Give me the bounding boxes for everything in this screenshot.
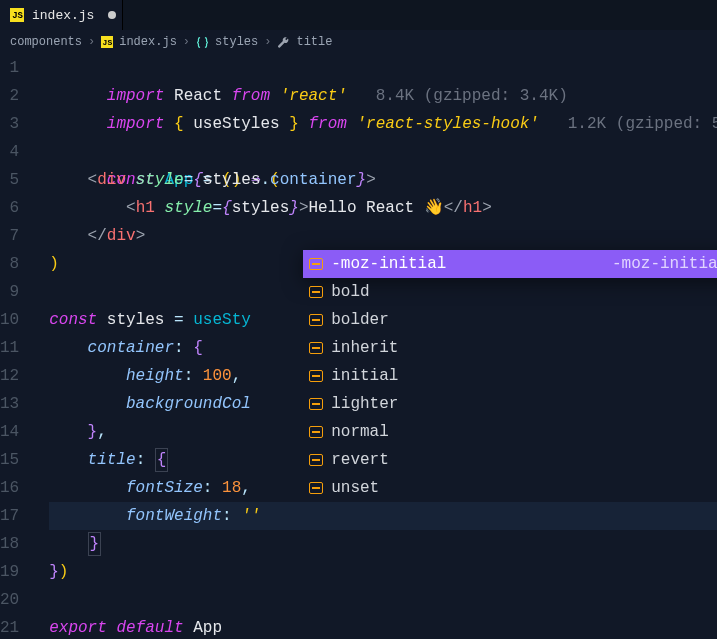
tab-indexjs[interactable]: JS index.js	[0, 0, 123, 30]
breadcrumb-seg-index[interactable]: index.js	[119, 35, 177, 49]
breadcrumb-sep-icon: ›	[183, 35, 190, 49]
code-editor[interactable]: 123456789101112131415161718192021 import…	[0, 54, 717, 639]
code-line: <div style={styles.container}>	[49, 166, 717, 194]
symbol-object-icon	[196, 36, 209, 49]
suggest-item[interactable]: normal	[303, 418, 717, 446]
line-number: 7	[0, 222, 19, 250]
line-number: 2	[0, 82, 19, 110]
suggest-item[interactable]: bold	[303, 278, 717, 306]
code-line: <h1 style={styles}>Hello React 👋</h1>	[49, 194, 717, 222]
code-line: })	[49, 558, 717, 586]
line-number: 6	[0, 194, 19, 222]
suggest-detail: -moz-initial	[612, 250, 717, 278]
suggest-item[interactable]: unset	[303, 474, 717, 502]
suggest-label: normal	[331, 418, 389, 446]
breadcrumb-seg-components[interactable]: components	[10, 35, 82, 49]
suggest-value-icon	[309, 454, 323, 466]
line-number: 4	[0, 138, 19, 166]
code-line: export default App	[49, 614, 717, 639]
suggest-label: lighter	[331, 390, 398, 418]
suggest-item[interactable]: inherit	[303, 334, 717, 362]
line-gutter: 123456789101112131415161718192021	[0, 54, 27, 639]
suggest-value-icon	[309, 398, 323, 410]
line-number: 14	[0, 418, 19, 446]
code-content[interactable]: import React from 'react' 8.4K (gzipped:…	[27, 54, 717, 639]
suggest-label: initial	[331, 362, 398, 390]
symbol-property-icon	[277, 36, 290, 49]
breadcrumb-seg-styles[interactable]: styles	[215, 35, 258, 49]
suggest-value-icon	[309, 258, 323, 270]
intellisense-popup: -moz-initial-moz-initialboldbolderinheri…	[303, 250, 717, 278]
suggest-item[interactable]: -moz-initial-moz-initial	[303, 250, 717, 278]
js-file-icon: JS	[101, 36, 113, 48]
code-line: const App = () ⇒ (	[49, 138, 717, 166]
code-line: fontWeight: ''	[49, 502, 717, 530]
breadcrumb-sep-icon: ›	[264, 35, 271, 49]
suggest-label: revert	[331, 446, 389, 474]
suggest-item[interactable]: revert	[303, 446, 717, 474]
suggest-item[interactable]: lighter	[303, 390, 717, 418]
code-line	[49, 586, 717, 614]
line-number: 3	[0, 110, 19, 138]
suggest-value-icon	[309, 342, 323, 354]
import-cost-hint: 1.2K (gzipped: 527)	[568, 115, 717, 133]
suggest-label: inherit	[331, 334, 398, 362]
line-number: 15	[0, 446, 19, 474]
code-line: import React from 'react' 8.4K (gzipped:…	[49, 54, 717, 82]
line-number: 11	[0, 334, 19, 362]
suggest-value-icon	[309, 370, 323, 382]
unsaved-dot-icon	[108, 11, 116, 19]
suggest-item[interactable]: initial	[303, 362, 717, 390]
suggest-label: unset	[331, 474, 379, 502]
tab-bar: JS index.js	[0, 0, 717, 30]
import-cost-hint: 8.4K (gzipped: 3.4K)	[376, 87, 568, 105]
suggest-value-icon	[309, 426, 323, 438]
line-number: 10	[0, 306, 19, 334]
suggest-value-icon	[309, 314, 323, 326]
breadcrumb-sep-icon: ›	[88, 35, 95, 49]
line-number: 18	[0, 530, 19, 558]
suggest-label: bold	[331, 278, 369, 306]
line-number: 20	[0, 586, 19, 614]
suggest-value-icon	[309, 286, 323, 298]
suggest-value-icon	[309, 482, 323, 494]
line-number: 12	[0, 362, 19, 390]
line-number: 9	[0, 278, 19, 306]
breadcrumb-seg-title[interactable]: title	[296, 35, 332, 49]
line-number: 16	[0, 474, 19, 502]
line-number: 8	[0, 250, 19, 278]
suggest-item[interactable]: bolder	[303, 306, 717, 334]
line-number: 17	[0, 502, 19, 530]
breadcrumb: components › JS index.js › styles › titl…	[0, 30, 717, 54]
line-number: 13	[0, 390, 19, 418]
tab-filename: index.js	[32, 8, 94, 23]
line-number: 21	[0, 614, 19, 639]
line-number: 1	[0, 54, 19, 82]
code-line: </div>	[49, 222, 717, 250]
suggest-label: -moz-initial	[331, 250, 446, 278]
code-line: }	[49, 530, 717, 558]
js-file-icon: JS	[10, 8, 24, 22]
line-number: 5	[0, 166, 19, 194]
line-number: 19	[0, 558, 19, 586]
suggest-label: bolder	[331, 306, 389, 334]
